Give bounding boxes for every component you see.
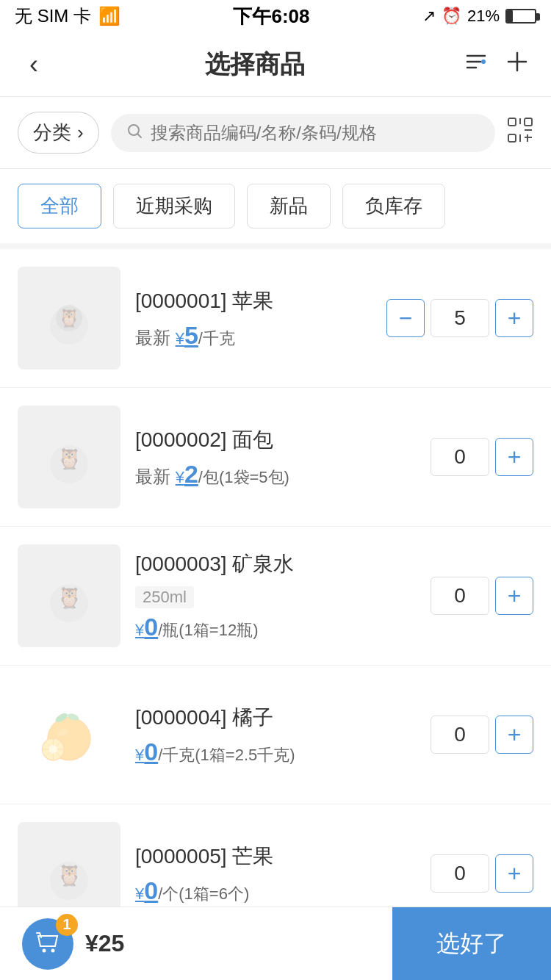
filter-tabs: 全部 近期采购 新品 负库存 [0,169,551,249]
filter-icon[interactable] [464,50,488,79]
nav-bar: ‹ 选择商品 [0,32,551,97]
product-price: ¥0/瓶(1箱=12瓶) [135,613,416,641]
battery-icon [505,9,536,24]
product-image: 🦉 [18,267,120,370]
product-info: [0000005] 芒果 ¥0/个(1箱=6个) [135,843,416,905]
back-button[interactable]: ‹ [22,42,46,87]
quantity-control: + [431,854,533,893]
quantity-input[interactable] [431,299,489,337]
list-item: 🦉 [0000001] 苹果 最新 ¥5/千克 − + [0,249,551,388]
list-item: [0000004] 橘子 ¥0/千克(1箱=2.5千克) + [0,666,551,804]
product-name: [0000004] 橘子 [135,704,416,732]
product-info: [0000002] 面包 最新 ¥2/包(1袋=5包) [135,426,416,489]
product-name: [0000003] 矿泉水 [135,550,416,578]
quantity-control: − + [386,299,533,337]
product-image: 🦉 [18,544,120,647]
increase-button[interactable]: + [495,438,533,476]
status-time: 下午6:08 [233,4,309,29]
svg-text:🦉: 🦉 [57,447,82,471]
product-image [18,683,120,786]
wifi-icon: 📶 [98,6,120,26]
product-name: [0000001] 苹果 [135,287,372,315]
svg-text:🦉: 🦉 [57,863,82,887]
search-icon [126,121,143,145]
add-button[interactable] [505,50,529,79]
tab-negative[interactable]: 负库存 [342,184,445,228]
product-list: 🦉 [0000001] 苹果 最新 ¥5/千克 − + 🦉 [0000002] … [0,249,551,980]
location-icon: ↗ [422,7,436,26]
tab-all[interactable]: 全部 [18,184,101,228]
product-price: ¥0/千克(1箱=2.5千克) [135,738,416,766]
quantity-control: + [431,716,533,754]
svg-point-3 [481,60,486,64]
quantity-input[interactable] [431,716,489,754]
cart-section: 1 ¥25 [0,918,392,970]
svg-point-41 [51,948,55,952]
category-button[interactable]: 分类 › [18,112,99,154]
nav-actions [464,50,529,79]
increase-button[interactable]: + [495,299,533,337]
product-name: [0000005] 芒果 [135,843,416,871]
svg-point-33 [49,745,57,753]
product-name: [0000002] 面包 [135,426,416,454]
product-price: 最新 ¥5/千克 [135,321,372,350]
svg-rect-8 [508,118,516,126]
quantity-control: + [431,577,533,615]
increase-button[interactable]: + [495,716,533,754]
category-label: 分类 [33,120,71,145]
alarm-icon: ⏰ [442,7,461,26]
battery-percent: 21% [467,7,500,26]
bottom-bar: 1 ¥25 选好了 [0,907,551,980]
svg-text:🦉: 🦉 [57,586,82,610]
carrier-label: 无 SIM 卡 [15,4,91,28]
search-input[interactable] [151,123,480,143]
scan-icon[interactable] [507,117,533,148]
cart-total: ¥25 [85,930,124,957]
search-bar: 分类 › [0,97,551,169]
product-info: [0000001] 苹果 最新 ¥5/千克 [135,287,372,350]
svg-line-7 [137,134,141,137]
page-title: 选择商品 [205,48,305,82]
status-bar: 无 SIM 卡 📶 下午6:08 ↗ ⏰ 21% [0,0,551,32]
category-chevron: › [77,121,84,144]
list-item: 🦉 [0000003] 矿泉水 250ml ¥0/瓶(1箱=12瓶) + [0,527,551,666]
increase-button[interactable]: + [495,577,533,615]
quantity-input[interactable] [431,438,489,476]
status-right: ↗ ⏰ 21% [422,7,536,26]
svg-text:🦉: 🦉 [58,307,80,328]
cart-button[interactable]: 1 [22,918,73,970]
product-spec: 250ml [135,586,194,608]
quantity-control: + [431,438,533,476]
cart-badge: 1 [56,914,78,936]
tab-recent[interactable]: 近期采购 [113,184,235,228]
product-price: ¥0/个(1箱=6个) [135,876,416,905]
svg-rect-10 [508,134,516,142]
quantity-input[interactable] [431,854,489,893]
status-left: 无 SIM 卡 📶 [15,4,120,28]
confirm-button[interactable]: 选好了 [392,907,551,980]
product-price: 最新 ¥2/包(1袋=5包) [135,460,416,489]
svg-rect-9 [525,118,532,126]
tab-new[interactable]: 新品 [247,184,331,228]
list-item: 🦉 [0000002] 面包 最新 ¥2/包(1袋=5包) + [0,388,551,527]
svg-point-40 [43,948,46,952]
product-info: [0000004] 橘子 ¥0/千克(1箱=2.5千克) [135,704,416,766]
decrease-button[interactable]: − [386,299,425,337]
product-image: 🦉 [18,406,120,508]
quantity-input[interactable] [431,577,489,615]
product-info: [0000003] 矿泉水 250ml ¥0/瓶(1箱=12瓶) [135,550,416,641]
search-input-wrap [111,114,495,152]
increase-button[interactable]: + [495,854,533,893]
